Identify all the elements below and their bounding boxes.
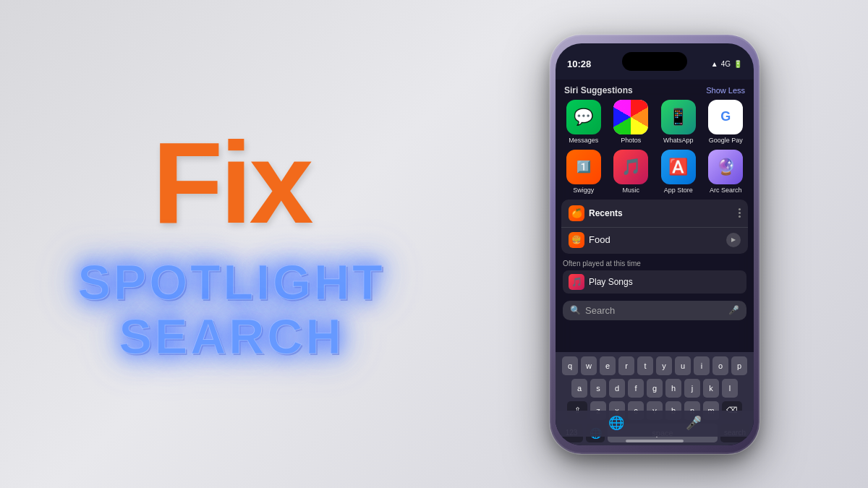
key-q[interactable]: q [562,356,578,375]
photos-icon [613,100,648,134]
appstore-icon: 🅰️ [661,150,696,184]
arc-icon: 🔮 [708,150,743,184]
spotlight-line2: SEARCH [77,309,385,364]
key-f[interactable]: f [628,379,644,398]
home-indicator [626,440,684,442]
whatsapp-icon: 📱 [661,100,696,134]
key-o[interactable]: o [712,356,728,375]
key-j[interactable]: j [684,379,700,398]
key-e[interactable]: e [600,356,616,375]
food-row[interactable]: 🍔 Food ▶ [561,227,748,254]
play-songs-row[interactable]: 🎵 Play Songs [563,270,746,294]
app-item-whatsapp[interactable]: 📱 WhatsApp [658,100,699,144]
right-section: 10:28 ▲ 4G 🔋 Siri Suggestions Show Less [463,0,868,488]
search-glass-icon: 🔍 [570,305,581,315]
show-less-button[interactable]: Show Less [706,86,745,95]
often-played-section: Often played at this time 🎵 Play Songs [556,257,754,296]
app-grid: 💬 Messages Photos 📱 [556,100,754,200]
status-time: 10:28 [567,59,591,69]
status-icons: ▲ 4G 🔋 [711,60,742,68]
food-label: Food [589,234,610,245]
recents-header: 🍊 Recents [561,200,748,227]
music-small-icon: 🎵 [569,274,584,290]
play-songs-label: Play Songs [589,277,633,287]
gpay-label: Google Pay [709,137,743,144]
app-item-arc[interactable]: 🔮 Arc Search [705,150,747,194]
key-h[interactable]: h [665,379,681,398]
recents-app-icon: 🍊 [569,205,584,221]
music-icon: 🎵 [613,150,648,184]
app-item-swiggy[interactable]: 1️⃣ Swiggy [563,150,605,194]
fix-title: Fix [152,125,310,241]
food-action-button[interactable]: ▶ [726,233,741,247]
dot-1 [739,208,741,210]
spotlight-title: SPOTLIGHT SEARCH [77,255,385,364]
key-s[interactable]: s [590,379,606,398]
app-item-music[interactable]: 🎵 Music [610,150,652,194]
keyboard-row-1: q w e r t y u i o p [558,356,751,375]
app-item-photos[interactable]: Photos [610,100,652,144]
dot-2 [739,212,741,214]
app-item-messages[interactable]: 💬 Messages [563,100,605,144]
dot-3 [739,215,741,218]
siri-suggestions-header: Siri Suggestions Show Less [556,80,754,100]
phone-frame: 10:28 ▲ 4G 🔋 Siri Suggestions Show Less [550,35,760,454]
photos-label: Photos [621,137,641,144]
left-section: Fix SPOTLIGHT SEARCH [0,0,463,488]
mic-bottom-icon[interactable]: 🎤 [686,415,702,431]
screen-content: Siri Suggestions Show Less 💬 Messages [556,80,754,445]
network-label: 4G [721,60,731,68]
key-r[interactable]: r [618,356,634,375]
search-bar[interactable]: 🔍 Search 🎤 [563,301,746,320]
battery-icon: 🔋 [733,60,742,68]
microphone-icon[interactable]: 🎤 [728,305,739,315]
phone-screen: 10:28 ▲ 4G 🔋 Siri Suggestions Show Less [556,43,754,445]
messages-label: Messages [569,137,598,144]
signal-icon: ▲ [711,60,718,68]
key-g[interactable]: g [647,379,663,398]
recents-left: 🍊 Recents [569,205,623,221]
key-k[interactable]: k [703,379,719,398]
key-d[interactable]: d [609,379,625,398]
keyboard-row-2: a s d f g h j k l [558,379,751,398]
arc-label: Arc Search [710,187,742,194]
dynamic-island [622,52,687,71]
recents-label: Recents [589,208,623,218]
key-i[interactable]: i [694,356,710,375]
key-y[interactable]: y [656,356,672,375]
messages-icon: 💬 [566,100,601,134]
food-left: 🍔 Food [569,232,610,248]
search-placeholder: Search [585,305,724,316]
swiggy-label: Swiggy [573,187,594,194]
key-p[interactable]: p [731,356,747,375]
phone-container: 10:28 ▲ 4G 🔋 Siri Suggestions Show Less [550,35,760,454]
music-label: Music [622,187,639,194]
food-icon: 🍔 [569,232,584,248]
swiggy-icon: 1️⃣ [566,150,601,184]
key-a[interactable]: a [571,379,587,398]
key-l[interactable]: l [722,379,738,398]
spotlight-line1: SPOTLIGHT [77,255,385,309]
recents-dots [739,208,741,218]
gpay-icon: G [708,100,743,134]
siri-title: Siri Suggestions [564,85,633,95]
keyboard: q w e r t y u i o p a [556,352,754,445]
key-u[interactable]: u [675,356,691,375]
often-played-title: Often played at this time [563,260,746,267]
key-w[interactable]: w [581,356,597,375]
phone-bottom-bar: 🌐 🎤 [556,411,754,437]
key-t[interactable]: t [637,356,653,375]
appstore-label: App Store [664,187,693,194]
recents-section: 🍊 Recents 🍔 [561,200,748,254]
app-item-gpay[interactable]: G Google Pay [705,100,747,144]
globe-icon[interactable]: 🌐 [608,415,624,431]
app-item-appstore[interactable]: 🅰️ App Store [658,150,699,194]
whatsapp-label: WhatsApp [663,137,694,144]
